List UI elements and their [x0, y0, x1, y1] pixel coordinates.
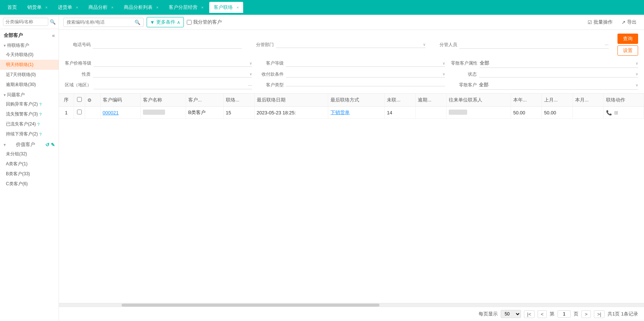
cell-last-month: 50.00: [542, 107, 573, 119]
sidebar-all-customers[interactable]: 全部客户 «: [0, 29, 59, 40]
first-page-button[interactable]: |<: [524, 310, 535, 318]
page-input[interactable]: [557, 310, 571, 318]
horizontal-scrollbar[interactable]: [59, 303, 644, 307]
sidebar-item-week[interactable]: 近7天待联络(0): [0, 70, 59, 80]
next-page-button[interactable]: >: [581, 310, 591, 318]
nav-item-purchase[interactable]: 进货单 ×: [53, 2, 83, 13]
sidebar-item-class-c[interactable]: C类客户(6): [0, 179, 59, 189]
col-header-last-date: 最后联络日期: [254, 94, 328, 107]
col-header-last-month: 上月...: [542, 94, 573, 107]
per-page-select[interactable]: 50 100 200: [501, 310, 521, 318]
customer-type-select[interactable]: [286, 84, 445, 86]
phone-input[interactable]: [93, 41, 242, 49]
prev-page-button[interactable]: <: [538, 310, 547, 318]
filter-actions: 查询 设置: [617, 34, 638, 56]
nature-select[interactable]: ∨: [93, 71, 252, 77]
my-customers-checkbox[interactable]: 我分管的客户: [187, 19, 222, 25]
collapse-icon[interactable]: «: [52, 32, 55, 38]
action-icons: 📞 ⊞: [606, 110, 641, 115]
nature-label: 性质: [65, 71, 91, 77]
payment-label: 收付款条件: [258, 71, 284, 77]
sidebar-item-ungrouped[interactable]: 未分组(32): [0, 149, 59, 159]
cell-code[interactable]: 000021: [100, 107, 140, 119]
sidebar-item-decline[interactable]: 持续下滑客户(2) ?: [0, 129, 59, 139]
cell-unit-contact: [447, 107, 511, 119]
more-icon: ···: [248, 82, 252, 88]
price-level-select[interactable]: ∨: [94, 60, 252, 67]
scrollbar-thumb[interactable]: [122, 304, 379, 307]
chevron-down-icon: ∨: [636, 83, 638, 87]
edit-icon[interactable]: ✎: [51, 142, 55, 148]
close-icon[interactable]: ×: [201, 5, 203, 10]
close-icon[interactable]: ×: [76, 5, 78, 10]
chevron-up-icon: ∧: [177, 20, 181, 25]
scatter-select[interactable]: 全部 ∨: [479, 80, 638, 90]
chevron-down-icon: ∨: [636, 72, 638, 76]
filter-field-price-level: 客户价格等级 ∨: [65, 60, 252, 67]
row-checkbox[interactable]: [77, 110, 82, 114]
close-icon[interactable]: ×: [156, 5, 158, 10]
cell-gear: [85, 107, 100, 119]
query-button[interactable]: 查询: [617, 34, 638, 44]
table-container: 序 ⚙ 客户编码 客户名称 客户... 联络... 最后联络日期 最后联络方式 …: [59, 94, 644, 303]
payment-select[interactable]: ∨: [286, 71, 445, 77]
manager-select[interactable]: ···: [459, 41, 609, 49]
cell-last-method[interactable]: 下销货单: [328, 107, 385, 119]
search-icon[interactable]: 🔍: [134, 20, 140, 25]
toolbar-right: ☑ 批量操作 ↗ 导出: [585, 18, 640, 27]
export-button[interactable]: ↗ 导出: [619, 18, 640, 27]
top-nav: 首页 销货单 × 进货单 × 商品分析 × 商品分析列表 × 客户分层经营 × …: [0, 0, 644, 15]
last-page-button[interactable]: >|: [594, 310, 605, 318]
select-all-checkbox[interactable]: [77, 97, 82, 102]
batch-operation-button[interactable]: ☑ 批量操作: [585, 18, 616, 27]
region-select[interactable]: ···: [94, 81, 252, 89]
sidebar-item-overdue[interactable]: 逾期未联络(30): [0, 80, 59, 90]
nav-item-sales[interactable]: 销货单 ×: [23, 2, 52, 13]
toolbar-search-input[interactable]: [67, 20, 133, 25]
page-suffix: 页: [574, 311, 578, 317]
more-filter-button[interactable]: ▼ 更多条件 ∧: [147, 17, 184, 27]
sidebar-search-input[interactable]: [3, 18, 48, 26]
col-header-type: 客户...: [186, 94, 223, 107]
status-select[interactable]: ∨: [479, 71, 638, 77]
col-header-gear[interactable]: ⚙: [85, 94, 100, 107]
sidebar-item-class-a[interactable]: A类客户(1): [0, 159, 59, 169]
cell-name[interactable]: [140, 107, 186, 119]
customer-table: 序 ⚙ 客户编码 客户名称 客户... 联络... 最后联络日期 最后联络方式 …: [59, 94, 644, 119]
close-icon[interactable]: ×: [237, 5, 239, 10]
scatter-attr-select[interactable]: 全部 ∨: [480, 59, 638, 68]
customer-type-label: 客户类型: [258, 82, 284, 88]
phone-action-icon[interactable]: 📞: [606, 110, 612, 115]
set-button[interactable]: 设置: [617, 45, 638, 56]
sidebar-item-lost[interactable]: 已流失客户(24) ?: [0, 119, 59, 129]
nav-item-customer-tier[interactable]: 客户分层经营 ×: [164, 2, 208, 13]
nav-item-customer-contact[interactable]: 客户联络 ×: [209, 2, 243, 13]
col-header-name: 客户名称: [140, 94, 186, 107]
nav-item-analysis-list[interactable]: 商品分析列表 ×: [119, 2, 163, 13]
close-icon[interactable]: ×: [111, 5, 113, 10]
dept-select[interactable]: ∨: [276, 41, 425, 48]
sidebar-item-today[interactable]: 今天待联络(0): [0, 50, 59, 60]
refresh-icon[interactable]: ↺: [45, 142, 49, 148]
sidebar-item-abnormal[interactable]: 回购异常客户(2) ?: [0, 99, 59, 109]
cell-this-month: [573, 107, 603, 119]
col-header-unit-contact: 往来单位联系人: [447, 94, 511, 107]
sidebar-item-class-b[interactable]: B类客户(33): [0, 169, 59, 179]
cell-type: B类客户: [186, 107, 223, 119]
filter-field-region: 区域（地区） ···: [65, 81, 252, 89]
filter-field-status: 状态 ∨: [451, 71, 638, 77]
sidebar-item-tomorrow[interactable]: 明天待联络(1): [0, 60, 59, 70]
level-select[interactable]: ∨: [286, 60, 445, 67]
nav-item-home[interactable]: 首页: [3, 2, 21, 13]
cell-action: 📞 ⊞: [603, 107, 644, 119]
col-header-last-method: 最后联络方式: [328, 94, 385, 107]
price-level-label: 客户价格等级: [65, 60, 91, 66]
cell-contact: 15: [223, 107, 254, 119]
sidebar: 🔍 全部客户 « 待联络客户 今天待联络(0) 明天待联络(1) 近7天待联络(…: [0, 15, 59, 321]
nav-item-analysis[interactable]: 商品分析 ×: [84, 2, 118, 13]
cell-this-year: 50.00: [511, 107, 542, 119]
sidebar-item-warning[interactable]: 流失预警客户(3) ?: [0, 109, 59, 119]
search-icon[interactable]: 🔍: [50, 19, 56, 25]
grid-action-icon[interactable]: ⊞: [614, 110, 618, 115]
close-icon[interactable]: ×: [45, 5, 48, 10]
